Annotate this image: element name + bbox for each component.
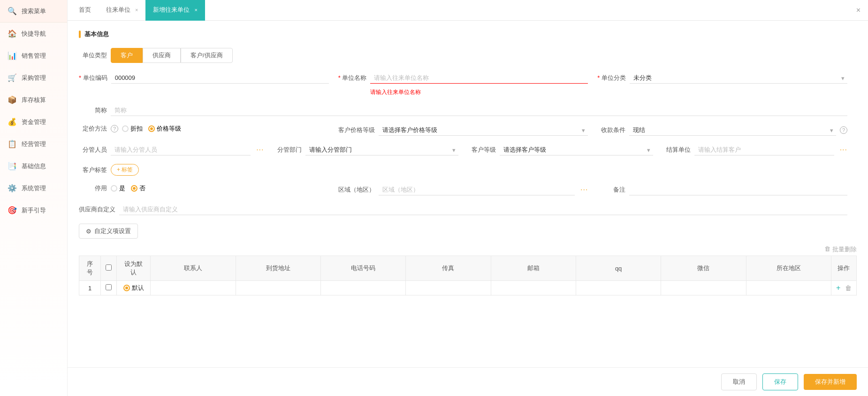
unit-category-label: 单位分类 [597,74,626,82]
sidebar-item-inventory[interactable]: 📦 库存核算 [0,89,67,111]
row-delete-btn[interactable]: 🗑 [845,284,852,292]
unit-name-input[interactable] [370,72,588,84]
guide-icon: 🎯 [8,206,17,215]
sidebar-item-sales[interactable]: 📊 销售管理 [0,45,67,67]
manager-field: 分管人员 ··· [79,144,274,155]
sidebar-item-system[interactable]: ⚙️ 系统管理 [0,177,67,199]
tab-new-partner-label: 新增往来单位 [153,6,190,14]
wechat-input[interactable] [666,285,741,292]
payment-terms-select[interactable]: 现结 [629,124,836,136]
customer-level-select[interactable]: 请选择客户等级 [500,144,653,155]
sidebar: 🔍 搜索菜单 🏠 快捷导航 📊 销售管理 🛒 采购管理 📦 库存核算 💰 资金管… [0,0,68,396]
tab-home[interactable]: 首页 [71,0,99,21]
row-contact [151,281,236,295]
unit-info-row: 单位编码 单位名称 请输入往来单位名称 单位分类 未分类 [79,72,857,96]
save-button[interactable]: 保存 [762,373,798,390]
batch-delete-label[interactable]: 批量删除 [832,245,857,254]
col-address: 到货地址 [236,256,320,281]
radio-price-level[interactable]: 价格等级 [148,124,181,133]
finance-icon: 💰 [8,117,17,126]
row-default-label: 默认 [132,284,144,292]
phone-input[interactable] [326,285,401,292]
unit-category-select[interactable]: 未分类 [630,72,847,84]
region-field-input[interactable] [751,285,826,292]
remark-input[interactable] [629,184,847,195]
unit-type-supplier[interactable]: 供应商 [143,48,181,63]
row-checkbox[interactable] [106,284,112,290]
manager-input[interactable] [111,144,251,155]
sidebar-item-operations[interactable]: 📋 经营管理 [0,133,67,155]
cancel-button[interactable]: 取消 [721,373,757,390]
tags-label: 客户标签 [79,166,107,174]
sidebar-item-basic-info[interactable]: 📑 基础信息 [0,155,67,177]
short-name-row: 简称 [79,105,857,116]
pricing-question-icon[interactable]: ? [111,125,118,132]
department-select-wrapper: 请输入分管部门 [305,144,459,155]
email-input[interactable] [496,285,571,292]
select-all-checkbox[interactable] [106,264,112,271]
sidebar-item-purchase[interactable]: 🛒 采购管理 [0,67,67,89]
operations-icon: 📋 [8,140,17,148]
radio-discount[interactable]: 折扣 [122,124,143,133]
col-checkbox [101,256,117,281]
customer-level-select-wrapper: 请选择客户等级 [500,144,653,155]
sidebar-item-finance[interactable]: 💰 资金管理 [0,111,67,133]
unit-category-field: 单位分类 未分类 [597,72,857,84]
sidebar-item-quick-nav[interactable]: 🏠 快捷导航 [0,23,67,45]
col-default: 设为默认 [117,256,151,281]
save-add-button[interactable]: 保存并新增 [804,374,857,390]
settlement-more-btn[interactable]: ··· [840,146,847,154]
sidebar-item-label: 新手引导 [22,206,46,215]
tab-partners-close[interactable]: × [135,7,138,13]
col-qq: qq [576,256,661,281]
tab-new-partner-close[interactable]: × [194,7,197,13]
sidebar-item-guide[interactable]: 🎯 新手引导 [0,199,67,221]
region-more-btn[interactable]: ··· [580,186,588,194]
tab-new-partner[interactable]: 新增往来单位 × [145,0,205,21]
tabs-close-all[interactable]: × [853,4,864,16]
payment-terms-question-icon[interactable]: ? [840,126,847,134]
unit-code-input[interactable] [111,72,329,84]
tab-partners[interactable]: 往来单位 × [99,0,145,21]
radio-no[interactable]: 否 [131,184,145,193]
unit-code-label: 单位编码 [79,74,107,82]
section-title-basic-info: 基本信息 [79,30,857,39]
settlement-input[interactable] [694,144,834,155]
payment-terms-label: 收款条件 [597,126,625,134]
row-wechat [661,281,746,295]
sidebar-search[interactable]: 🔍 搜索菜单 [0,0,67,23]
address-input[interactable] [241,285,316,292]
col-fax: 传真 [406,256,491,281]
tab-partners-label: 往来单位 [106,6,130,14]
supplier-custom-input[interactable] [119,204,847,215]
radio-discount-circle [122,125,129,132]
tag-add-button[interactable]: + 标签 [111,164,139,176]
sales-icon: 📊 [8,51,17,60]
region-field: 区域（地区） ··· [338,184,598,195]
remark-label: 备注 [597,186,625,194]
fax-input[interactable] [411,285,486,292]
unit-type-customer[interactable]: 客户 [111,48,143,63]
disabled-radio-group: 是 否 [111,184,145,193]
sidebar-item-label: 经营管理 [22,140,46,148]
custom-settings-button[interactable]: ⚙ 自定义项设置 [79,224,138,239]
contacts-table-body: 1 默认 [79,281,857,295]
manager-more-btn[interactable]: ··· [256,146,264,154]
basic-info-icon: 📑 [8,162,17,171]
row-region [746,281,831,295]
unit-type-both[interactable]: 客户/供应商 [181,48,233,63]
supplier-custom-row: 供应商自定义 [79,204,857,215]
sidebar-item-label: 销售管理 [22,52,46,60]
short-name-input[interactable] [111,105,847,116]
region-input[interactable] [379,184,575,195]
customer-price-select[interactable]: 请选择客户价格等级 [379,124,588,136]
radio-yes[interactable]: 是 [111,184,125,193]
contact-input[interactable] [155,285,230,292]
department-select[interactable]: 请输入分管部门 [305,144,459,155]
region-label: 区域（地区） [338,186,375,194]
radio-yes-label: 是 [119,184,125,193]
qq-input[interactable] [581,285,656,292]
col-action: 操作 [831,256,856,281]
row-default-radio[interactable]: 默认 [122,284,145,292]
row-add-btn[interactable]: + [836,284,840,292]
